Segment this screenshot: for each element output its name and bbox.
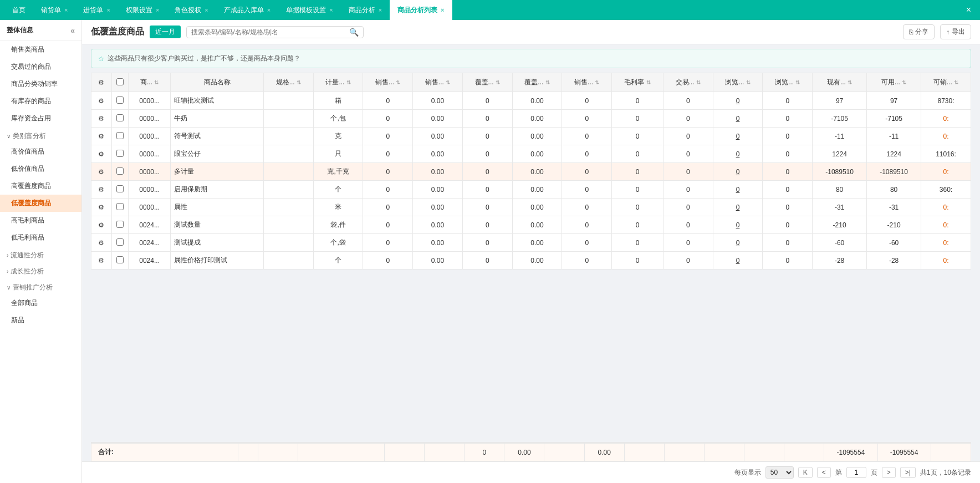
row-name-6[interactable]: 属性 [171,199,264,216]
row-checkbox-7[interactable] [111,216,128,234]
unit-column-header[interactable]: 计量... ⇅ [313,73,363,92]
nav-product-warehouse[interactable]: 产成品入库单 × [216,0,278,20]
row-select-5[interactable] [116,185,124,192]
checkbox-column-header[interactable] [111,73,128,92]
row-select-4[interactable] [116,167,124,175]
sidebar-section-value-analysis[interactable]: ∨ 类别富分析 [0,127,81,143]
saleable-column-header[interactable]: 可销... ⇅ [921,73,971,92]
row-checkbox-1[interactable] [111,110,128,128]
row-browse1-6[interactable]: 0 [713,199,763,216]
close-permission-icon[interactable]: × [156,7,159,13]
nav-purchase-order[interactable]: 进货单 × [75,0,118,20]
sidebar-section-growth[interactable]: › 成长性分析 [0,262,81,278]
row-select-8[interactable] [116,238,124,246]
current-column-header[interactable]: 现有... ⇅ [813,73,867,92]
row-checkbox-0[interactable] [111,92,128,110]
sidebar-item-low-coverage[interactable]: 低覆盖度商品 [0,195,81,212]
browse2-column-header[interactable]: 浏览... ⇅ [763,73,813,92]
row-browse1-9[interactable]: 0 [713,252,763,270]
row-settings-4[interactable]: ⚙ [91,163,112,181]
row-settings-3[interactable]: ⚙ [91,145,112,163]
close-template-icon[interactable]: × [329,7,333,13]
code-column-header[interactable]: 商... ⇅ [128,73,170,92]
nav-product-analysis-list[interactable]: 商品分析列表 × [390,0,452,20]
row-name-3[interactable]: 眼宝公仔 [171,145,264,163]
row-name-1[interactable]: 牛奶 [171,110,264,128]
sidebar-section-marketing[interactable]: ∨ 营销推广分析 [0,278,81,294]
avail-column-header[interactable]: 可用... ⇅ [867,73,921,92]
sidebar-item-all-products[interactable]: 全部商品 [0,294,81,312]
row-checkbox-5[interactable] [111,181,128,199]
row-checkbox-6[interactable] [111,199,128,216]
close-product-analysis-icon[interactable]: × [379,7,382,13]
row-browse1-5[interactable]: 0 [713,181,763,199]
row-name-0[interactable]: 旺辅批次测试 [171,92,264,110]
row-checkbox-3[interactable] [111,145,128,163]
row-settings-7[interactable]: ⚙ [91,216,112,234]
row-settings-6[interactable]: ⚙ [91,199,112,216]
close-purchase-order-icon[interactable]: × [106,7,110,13]
row-name-8[interactable]: 测试提成 [171,234,264,252]
close-product-warehouse-icon[interactable]: × [267,7,270,13]
row-select-0[interactable] [116,96,124,104]
row-checkbox-4[interactable] [111,163,128,181]
row-browse1-1[interactable]: 0 [713,110,763,128]
sidebar-item-category-rate[interactable]: 商品分类动销率 [0,75,81,93]
row-name-5[interactable]: 启用保质期 [171,181,264,199]
cover2-column-header[interactable]: 覆盖... ⇅ [512,73,562,92]
row-settings-1[interactable]: ⚙ [91,110,112,128]
row-checkbox-2[interactable] [111,128,128,145]
row-name-9[interactable]: 属性价格打印测试 [171,252,264,270]
row-select-2[interactable] [116,132,124,139]
sidebar-item-in-stock[interactable]: 有库存的商品 [0,93,81,110]
share-button[interactable]: ⎘ 分享 [903,24,935,39]
sale-qty-column-header[interactable]: 销售... ⇅ [363,73,413,92]
trade-column-header[interactable]: 交易... ⇅ [663,73,713,92]
row-browse1-8[interactable]: 0 [713,234,763,252]
window-close-button[interactable]: × [962,5,976,15]
page-number-input[interactable] [846,467,866,478]
sale-amt-column-header[interactable]: 销售... ⇅ [413,73,463,92]
close-sales-order-icon[interactable]: × [64,7,68,13]
time-filter-button[interactable]: 近一月 [150,26,181,38]
page-size-select[interactable]: 50 100 200 [765,466,794,479]
sidebar-item-high-value[interactable]: 高价值商品 [0,143,81,160]
last-page-button[interactable]: >| [900,467,916,478]
row-select-6[interactable] [116,203,124,210]
sidebar-item-sales-products[interactable]: 销售类商品 [0,41,81,58]
nav-template-settings[interactable]: 单据模板设置 × [278,0,340,20]
name-column-header[interactable]: 商品名称 [171,73,264,92]
row-browse1-0[interactable]: 0 [713,92,763,110]
sale3-column-header[interactable]: 销售... ⇅ [562,73,612,92]
row-browse1-4[interactable]: 0 [713,163,763,181]
row-checkbox-9[interactable] [111,252,128,270]
search-input[interactable] [191,28,349,36]
row-browse1-3[interactable]: 0 [713,145,763,163]
row-name-4[interactable]: 多计量 [171,163,264,181]
nav-sales-order[interactable]: 销货单 × [33,0,75,20]
close-role-icon[interactable]: × [205,7,208,13]
sidebar-item-low-gross[interactable]: 低毛利商品 [0,229,81,246]
row-settings-2[interactable]: ⚙ [91,128,112,145]
export-button[interactable]: ↑ 导出 [940,24,971,39]
sidebar-item-high-gross[interactable]: 高毛利商品 [0,212,81,229]
sidebar-item-new-products[interactable]: 新品 [0,312,81,329]
sidebar-item-inventory-value[interactable]: 库存资金占用 [0,110,81,127]
sidebar-item-low-value[interactable]: 低价值商品 [0,160,81,177]
row-name-7[interactable]: 测试数量 [171,216,264,234]
row-checkbox-8[interactable] [111,234,128,252]
cover1-column-header[interactable]: 覆盖... ⇅ [462,73,512,92]
row-select-7[interactable] [116,221,124,228]
row-settings-9[interactable]: ⚙ [91,252,112,270]
nav-home[interactable]: 首页 [4,0,33,20]
select-all-checkbox[interactable] [116,78,124,85]
sidebar-section-liquidity[interactable]: › 流通性分析 [0,246,81,262]
close-analysis-list-icon[interactable]: × [441,7,444,13]
row-select-9[interactable] [116,256,124,263]
sidebar-item-high-coverage[interactable]: 高覆盖度商品 [0,177,81,195]
nav-product-analysis[interactable]: 商品分析 × [341,0,390,20]
row-browse1-7[interactable]: 0 [713,216,763,234]
row-settings-8[interactable]: ⚙ [91,234,112,252]
spec-column-header[interactable]: 规格... ⇅ [263,73,313,92]
row-settings-5[interactable]: ⚙ [91,181,112,199]
